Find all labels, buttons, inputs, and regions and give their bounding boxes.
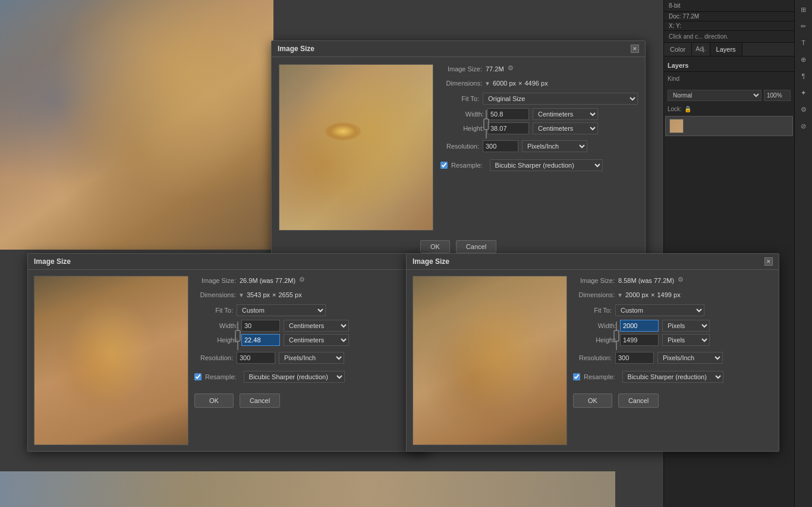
- top-ok-button[interactable]: OK: [420, 240, 450, 253]
- br-image-size-row: Image Size: 8.58M (was 77.2M) ⚙: [573, 276, 773, 285]
- bl-cancel-button[interactable]: Cancel: [240, 393, 280, 408]
- tool-icon-2[interactable]: ✏: [797, 20, 810, 33]
- bl-resolution-label: Resolution:: [194, 354, 233, 361]
- br-height-unit-select[interactable]: Pixels: [662, 334, 710, 346]
- top-dialog-title-bar[interactable]: Image Size ✕: [272, 41, 645, 57]
- top-dimensions-x: ×: [518, 80, 522, 87]
- top-resample-row: Resample: Bicubic Sharper (reduction): [440, 159, 638, 171]
- bottom-left-image-size-dialog: Image Size ✕ Image Size: 26.9M (was 77.2…: [27, 253, 429, 452]
- bl-ok-button[interactable]: OK: [194, 393, 234, 408]
- bl-dimensions-label: Dimensions:: [194, 291, 236, 298]
- top-resample-label: Resample:: [451, 162, 483, 169]
- opacity-field[interactable]: [764, 90, 791, 101]
- br-resample-select[interactable]: Bicubic Sharper (reduction): [622, 371, 723, 383]
- top-fit-to-select[interactable]: Original Size: [483, 93, 638, 105]
- br-dimensions-x: ×: [651, 291, 654, 298]
- top-width-unit-select[interactable]: Centimeters: [533, 108, 598, 120]
- bl-gear-icon[interactable]: ⚙: [299, 276, 309, 285]
- bl-resolution-unit-select[interactable]: Pixels/Inch: [279, 352, 344, 364]
- br-resolution-input[interactable]: [615, 352, 654, 364]
- top-cancel-button[interactable]: Cancel: [456, 240, 496, 253]
- top-height-unit-select[interactable]: Centimeters: [533, 122, 598, 134]
- tool-icon-8[interactable]: ⊘: [797, 119, 810, 133]
- top-dialog-close-button[interactable]: ✕: [631, 45, 639, 53]
- bl-fit-to-row: Fit To: Custom: [194, 304, 422, 316]
- br-dialog-preview: [413, 276, 567, 445]
- kind-filter-row: Kind: [664, 72, 794, 85]
- tool-icon-7[interactable]: ⚙: [797, 103, 810, 116]
- br-width-unit-select[interactable]: Pixels: [662, 320, 710, 332]
- br-width-row: Width: Pixels: [578, 320, 773, 332]
- top-resolution-unit-select[interactable]: Pixels/Inch: [522, 140, 587, 152]
- br-cancel-button[interactable]: Cancel: [618, 393, 659, 408]
- bl-fit-to-select[interactable]: Custom: [237, 304, 326, 316]
- br-width-input[interactable]: [620, 320, 659, 332]
- br-dimensions-h: 1499 px: [657, 291, 681, 298]
- bl-dialog-body: Image Size: 26.9M (was 77.2M) ⚙ Dimensio…: [28, 270, 428, 451]
- bl-wh-container: Width: Centimeters Height:: [194, 320, 422, 346]
- top-gear-icon[interactable]: ⚙: [508, 64, 517, 74]
- bl-resample-label: Resample:: [205, 373, 237, 380]
- br-preview-cat: [413, 276, 566, 445]
- br-wh-container: Width: Pixels Height:: [573, 320, 773, 346]
- br-fit-to-select[interactable]: Custom: [615, 304, 704, 316]
- top-dimensions-arrow[interactable]: ▼: [484, 80, 490, 87]
- top-resolution-input[interactable]: [483, 140, 518, 152]
- tool-icon-4[interactable]: ⊕: [797, 53, 810, 66]
- br-image-size-label: Image Size:: [573, 277, 615, 284]
- bl-height-input[interactable]: [241, 334, 280, 346]
- br-gear-icon[interactable]: ⚙: [678, 276, 687, 285]
- tab-adjustment[interactable]: Adj.: [692, 43, 710, 56]
- tool-icon-5[interactable]: ¶: [797, 70, 810, 83]
- br-resample-checkbox[interactable]: [573, 373, 580, 380]
- tool-icon-1[interactable]: ⊞: [797, 3, 810, 16]
- xy-text: X: Y:: [669, 23, 681, 29]
- top-height-input[interactable]: [487, 122, 529, 134]
- lock-label: Lock:: [668, 106, 682, 112]
- svg-rect-7: [614, 330, 619, 341]
- br-dialog-close-button[interactable]: ✕: [764, 257, 773, 266]
- top-width-row: Width: Centimeters: [445, 108, 638, 120]
- bottom-cat-strip: [0, 471, 615, 507]
- br-dialog-title-bar[interactable]: Image Size ✕: [407, 254, 779, 270]
- br-resolution-unit-select[interactable]: Pixels/Inch: [657, 352, 723, 364]
- bl-width-label: Width:: [199, 322, 238, 329]
- top-resolution-row: Resolution: Pixels/Inch: [440, 140, 638, 152]
- bl-dimensions-arrow[interactable]: ▼: [238, 292, 244, 298]
- bl-dialog-title-bar[interactable]: Image Size ✕: [28, 254, 428, 270]
- bl-height-unit-select[interactable]: Centimeters: [284, 334, 349, 346]
- top-dimensions-w: 6000 px: [493, 80, 516, 87]
- blend-mode-select[interactable]: Normal: [668, 90, 761, 101]
- svg-rect-4: [235, 330, 240, 341]
- top-image-size-label: Image Size:: [440, 65, 482, 73]
- br-height-input[interactable]: [620, 334, 659, 346]
- tab-layers[interactable]: Layers: [710, 43, 742, 56]
- bl-width-unit-select[interactable]: Centimeters: [284, 320, 349, 332]
- top-resample-select[interactable]: Bicubic Sharper (reduction): [490, 159, 603, 171]
- br-dimensions-arrow[interactable]: ▼: [617, 292, 623, 298]
- top-height-row: Height: Centimeters: [445, 122, 638, 134]
- bl-dialog-title: Image Size: [34, 257, 71, 266]
- top-preview-cat: [279, 65, 433, 230]
- bl-chain-icon: [235, 322, 241, 350]
- top-width-input[interactable]: [487, 108, 529, 120]
- bl-resolution-row: Resolution: Pixels/Inch: [194, 352, 422, 364]
- br-ok-button[interactable]: OK: [573, 393, 612, 408]
- top-dimensions-h: 4496 px: [525, 80, 548, 87]
- tab-color[interactable]: Color: [664, 43, 692, 56]
- top-image-size-dialog: Image Size ✕ Image Size: 77.2M ⚙ Dimensi…: [271, 40, 646, 259]
- top-resample-checkbox[interactable]: [440, 162, 448, 169]
- tool-icon-6[interactable]: ✦: [797, 86, 810, 99]
- tool-icon-3[interactable]: T: [797, 36, 810, 49]
- xy-info: X: Y:: [664, 21, 794, 31]
- layer-item[interactable]: [665, 116, 793, 136]
- bl-width-input[interactable]: [241, 320, 280, 332]
- 8bit-label: 8-bit: [669, 2, 680, 9]
- doc-info-text: Doc: 77.2M: [669, 13, 699, 20]
- top-chain-container: [483, 109, 489, 139]
- bl-resample-checkbox[interactable]: [194, 373, 202, 380]
- br-height-row: Height: Pixels: [578, 334, 773, 346]
- bl-resample-select[interactable]: Bicubic Sharper (reduction): [244, 371, 345, 383]
- bl-resolution-input[interactable]: [237, 352, 275, 364]
- br-dimensions-row: Dimensions: ▼ 2000 px × 1499 px: [573, 291, 773, 298]
